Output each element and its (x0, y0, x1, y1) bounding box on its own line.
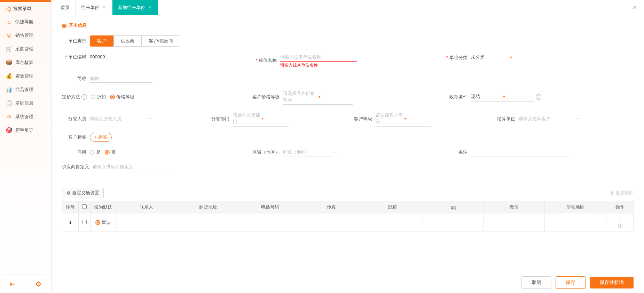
row-checkbox[interactable] (82, 220, 87, 224)
tab-partner[interactable]: 往来单位 ✕ (76, 0, 112, 15)
sidebar-collapse-btn[interactable]: ⇤ (0, 278, 26, 290)
disabled-no-option[interactable]: 否 (105, 149, 116, 155)
batch-delete-btn[interactable]: 🗑 批量删除 (610, 190, 634, 196)
payment-terms-select[interactable]: 现结 ▾ (471, 92, 534, 101)
row-actions: ＋ 🗑 (606, 213, 634, 231)
row-address[interactable] (177, 213, 239, 231)
row-qq[interactable] (423, 213, 484, 231)
add-tag-button[interactable]: + 标签 (90, 133, 112, 142)
pricing-help-icon[interactable]: ? (81, 94, 87, 100)
unit-code-input[interactable] (90, 53, 152, 61)
tab-partner-close[interactable]: ✕ (101, 5, 107, 10)
gear-icon: ⚙ (66, 190, 71, 196)
sidebar-item-operations[interactable]: 📊 经营管理 (0, 83, 51, 96)
sidebar-item-sales[interactable]: ◎ 销售管理 (0, 29, 51, 42)
search-icon: ≡Q (4, 6, 11, 12)
row-phone-input[interactable] (245, 220, 294, 225)
table-header-row: 序号 设为默认 联系人 到货地址 电话号码 传真 邮箱 qq 微信 所在地区 操… (62, 201, 634, 213)
row-email[interactable] (362, 213, 423, 231)
unit-name-input[interactable] (280, 53, 357, 62)
manager-more-btn[interactable]: ··· (146, 116, 154, 122)
sidebar-item-purchase[interactable]: 🛒 采购管理 (0, 42, 51, 56)
sidebar-item-basic-info[interactable]: 📋 基础信息 (0, 96, 51, 110)
disabled-yes-option[interactable]: 是 (90, 149, 101, 155)
system-icon: ⚙ (6, 113, 13, 120)
tab-new-partner-close[interactable]: ✕ (147, 5, 152, 10)
close-all-tabs-button[interactable]: ✕ (629, 4, 641, 11)
settlement-unit-more-btn[interactable]: ··· (574, 116, 583, 122)
row-default-radio-item[interactable]: 默认 (94, 219, 112, 226)
unit-category-select[interactable]: 未分类 ▾ (471, 53, 548, 62)
sidebar-item-finance[interactable]: 💰 资金管理 (0, 69, 51, 83)
field-customer-price-level: 客户价格等级 请选择客户价格等级 ▾ (252, 89, 443, 105)
tab-partner-label: 往来单位 (81, 5, 99, 11)
region-label: 区域（地区） (252, 149, 283, 155)
region-more-btn[interactable]: ··· (332, 149, 340, 155)
department-select[interactable]: 请输入分管部门 ▾ (233, 111, 289, 127)
row-region-input[interactable] (551, 220, 600, 225)
region-input[interactable] (283, 148, 332, 156)
remarks-input[interactable] (471, 148, 568, 156)
save-button[interactable]: 保存 (556, 276, 586, 289)
field-unit-code: 单位编码 (62, 53, 252, 61)
row-fax[interactable] (301, 213, 362, 231)
row-address-input[interactable] (183, 220, 233, 225)
sidebar-search[interactable]: ≡Q 搜索菜单 (0, 2, 51, 15)
row-customer-tag: 客户标签 + 标签 (62, 133, 634, 142)
customer-price-level-select[interactable]: 请选择客户价格等级 ▾ (283, 89, 353, 105)
manager-label: 分管人员 (62, 116, 90, 122)
short-name-input[interactable] (90, 74, 152, 83)
row-wechat-input[interactable] (490, 220, 538, 225)
customer-tag-label: 客户标签 (62, 134, 90, 140)
sidebar: ≡Q 搜索菜单 ⌂ 快捷导航 ◎ 销售管理 🛒 采购管理 📦 库存核算 💰 资金… (0, 0, 52, 293)
tab-new-partner[interactable]: 新增往来单位 ✕ (112, 0, 158, 15)
sidebar-item-label: 经营管理 (15, 87, 33, 93)
sidebar-item-quick-nav[interactable]: ⌂ 快捷导航 (0, 15, 51, 29)
save-new-button[interactable]: 保存并新增 (590, 277, 634, 288)
row-region[interactable] (544, 213, 606, 231)
sidebar-item-guide[interactable]: 🎯 新手引导 (0, 123, 51, 137)
pricing-level-option[interactable]: 价格等级 (110, 94, 134, 100)
unit-type-customer-btn[interactable]: 客户 (90, 35, 113, 47)
col-fax: 传真 (301, 201, 362, 213)
col-wechat: 微信 (484, 201, 544, 213)
tab-home-label: 首页 (61, 5, 70, 11)
custom-settings-btn[interactable]: ⚙ 自定义项设置 (62, 188, 104, 198)
row-add-btn[interactable]: ＋ (615, 215, 625, 222)
row-contact[interactable] (116, 213, 177, 231)
row-delete-btn[interactable]: 🗑 (615, 222, 625, 229)
unit-type-supplier-btn[interactable]: 供应商 (113, 35, 142, 47)
cancel-button[interactable]: 取消 (521, 276, 551, 289)
sidebar-item-inventory[interactable]: 📦 库存核算 (0, 56, 51, 69)
row-contact-input[interactable] (122, 220, 171, 225)
customer-price-level-chevron: ▾ (319, 94, 353, 99)
manager-input[interactable] (90, 115, 146, 123)
col-qq: qq (423, 201, 484, 213)
row-phone[interactable] (239, 213, 301, 231)
select-all-checkbox[interactable] (82, 204, 87, 209)
field-disabled: 停用 是 否 (62, 149, 252, 155)
settlement-unit-input[interactable] (519, 115, 574, 123)
remarks-label: 备注 (443, 149, 471, 155)
payment-terms-help-icon[interactable]: ? (536, 94, 541, 100)
short-name-label: 简称 (62, 75, 90, 82)
sidebar-item-system[interactable]: ⚙ 系统管理 (0, 110, 51, 123)
pricing-discount-option[interactable]: 折扣 (91, 94, 106, 100)
row-fax-input[interactable] (307, 220, 356, 225)
disabled-label: 停用 (62, 149, 90, 155)
field-settlement-unit: 结算单位 ··· (491, 115, 634, 123)
row-pricing: 定价方法 ? 折扣 价格等级 客户价格等级 请选择客户价 (62, 89, 634, 105)
supplier-custom-label: 供应商自定义 (62, 164, 93, 170)
row-checkbox-cell[interactable] (79, 213, 91, 231)
row-wechat[interactable] (484, 213, 544, 231)
col-index: 序号 (62, 201, 79, 213)
supplier-custom-input[interactable] (93, 163, 169, 171)
row-email-input[interactable] (368, 220, 417, 225)
operations-icon: 📊 (6, 86, 13, 93)
sidebar-item-label: 基础信息 (15, 100, 33, 106)
customer-level-select[interactable]: 请选择客户等级 ▾ (376, 111, 431, 127)
tab-home[interactable]: 首页 (55, 0, 76, 15)
unit-type-both-btn[interactable]: 客户/供应商 (142, 35, 180, 47)
row-qq-input[interactable] (429, 220, 477, 225)
sidebar-settings-btn[interactable]: ⚙ (26, 278, 52, 290)
